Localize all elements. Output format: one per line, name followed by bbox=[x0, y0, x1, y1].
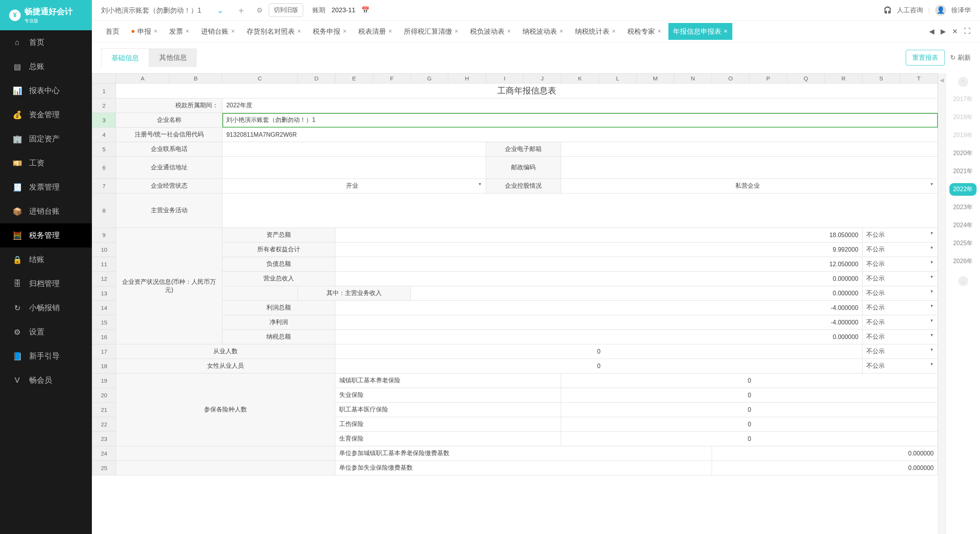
row-head[interactable]: 25 bbox=[92, 461, 116, 475]
year-option[interactable]: 2019年 bbox=[949, 129, 977, 142]
tabs-prev-icon[interactable]: ◀ bbox=[929, 27, 934, 36]
close-icon[interactable]: ✕ bbox=[231, 28, 235, 34]
cell-value[interactable]: 0.000000 bbox=[335, 272, 862, 286]
col-head[interactable]: N bbox=[674, 74, 712, 84]
year-option[interactable]: 2017年 bbox=[949, 93, 977, 106]
col-head[interactable]: O bbox=[712, 74, 749, 84]
tab[interactable]: 存货别名对照表✕ bbox=[242, 23, 306, 40]
year-option[interactable]: 2020年 bbox=[949, 147, 977, 160]
cell-value[interactable]: 2022年度 bbox=[222, 98, 938, 113]
col-head[interactable]: B bbox=[169, 74, 222, 84]
row-head[interactable]: 19 bbox=[92, 373, 116, 388]
period-value[interactable]: 2023-11 bbox=[332, 7, 355, 14]
row-head[interactable]: 24 bbox=[92, 446, 116, 461]
cell-value[interactable]: -4.000000 bbox=[335, 301, 862, 315]
row-head[interactable]: 14 bbox=[92, 301, 116, 315]
cell-dropdown[interactable]: 不公示▼ bbox=[862, 344, 938, 359]
collapse-year-panel-icon[interactable]: ◀ bbox=[938, 73, 946, 534]
tab[interactable]: 税检专家✕ bbox=[623, 23, 666, 40]
tab[interactable]: 首页 bbox=[101, 23, 124, 40]
select-all-cell[interactable] bbox=[92, 74, 116, 84]
avatar-icon[interactable]: 👤 bbox=[935, 5, 946, 16]
year-down-icon[interactable]: ⌄ bbox=[958, 276, 968, 286]
tabs-fullscreen-icon[interactable]: ⛶ bbox=[964, 27, 971, 35]
year-option[interactable]: 2022年 bbox=[949, 183, 977, 196]
sidebar-item-invoice[interactable]: 🧾发票管理 bbox=[0, 175, 92, 199]
col-head[interactable]: A bbox=[116, 74, 169, 84]
row-head[interactable]: 17 bbox=[92, 344, 116, 359]
row-head[interactable]: 22 bbox=[92, 417, 116, 432]
tabs-close-all-icon[interactable]: ✕ bbox=[952, 27, 958, 36]
cell-value[interactable]: 0 bbox=[561, 432, 938, 446]
row-head[interactable]: 23 bbox=[92, 432, 116, 446]
col-head[interactable]: C bbox=[222, 74, 298, 84]
cell-dropdown[interactable]: 私营企业▼ bbox=[561, 179, 938, 193]
tab[interactable]: 年报信息申报表✕ bbox=[668, 23, 732, 40]
col-head[interactable]: S bbox=[862, 74, 900, 84]
subtab[interactable]: 其他信息 bbox=[149, 48, 197, 67]
cell-value[interactable]: 0.000000 bbox=[712, 446, 938, 461]
cell-value[interactable]: 9.992000 bbox=[335, 242, 862, 257]
row-head[interactable]: 3 bbox=[92, 113, 116, 128]
close-icon[interactable]: ✕ bbox=[724, 28, 728, 34]
cell-dropdown[interactable]: 开业▼ bbox=[222, 179, 486, 193]
close-icon[interactable]: ✕ bbox=[388, 28, 392, 34]
col-head[interactable]: L bbox=[599, 74, 636, 84]
cell-value[interactable] bbox=[222, 157, 486, 179]
sidebar-item-asset[interactable]: 🏢固定资产 bbox=[0, 127, 92, 151]
row-head[interactable]: 9 bbox=[92, 228, 116, 242]
cell-dropdown[interactable]: 不公示▼ bbox=[862, 301, 938, 315]
cell-value[interactable] bbox=[561, 142, 938, 157]
close-icon[interactable]: ✕ bbox=[559, 28, 564, 34]
tabs-next-icon[interactable]: ▶ bbox=[941, 27, 946, 36]
account-chevron-icon[interactable]: ⌄ bbox=[217, 5, 224, 15]
sidebar-item-settings[interactable]: ⚙设置 bbox=[0, 320, 92, 344]
year-option[interactable]: 2024年 bbox=[949, 219, 977, 232]
row-head[interactable]: 12 bbox=[92, 272, 116, 286]
col-head[interactable]: P bbox=[750, 74, 787, 84]
year-option[interactable]: 2025年 bbox=[949, 237, 977, 250]
tab[interactable]: 进销台账✕ bbox=[196, 23, 240, 40]
close-icon[interactable]: ✕ bbox=[454, 28, 459, 34]
cell-value[interactable]: 0.000000 bbox=[712, 461, 938, 475]
sidebar-item-stock[interactable]: 📦进销台账 bbox=[0, 199, 92, 223]
year-option[interactable]: 2021年 bbox=[949, 165, 977, 178]
cell-value[interactable]: 0 bbox=[561, 417, 938, 432]
cell-value[interactable]: 0 bbox=[561, 373, 938, 388]
spreadsheet[interactable]: ABCDEFGHIJKLMNOPQRST 1 工商年报信息表 2 税款所属期间：… bbox=[92, 73, 938, 534]
close-icon[interactable]: ✕ bbox=[343, 28, 347, 34]
year-option[interactable]: 2026年 bbox=[949, 255, 977, 268]
row-head[interactable]: 15 bbox=[92, 315, 116, 330]
tab[interactable]: 所得税汇算清缴✕ bbox=[399, 23, 463, 40]
year-option[interactable]: 2023年 bbox=[949, 201, 977, 214]
cell-value[interactable]: 12.050000 bbox=[335, 257, 862, 272]
tab[interactable]: 税表清册✕ bbox=[354, 23, 397, 40]
tab[interactable]: 税务申报✕ bbox=[308, 23, 351, 40]
calendar-icon[interactable]: 📅 bbox=[361, 6, 369, 14]
sidebar-item-home[interactable]: ⌂首页 bbox=[0, 30, 92, 54]
headset-icon[interactable]: 🎧 bbox=[884, 6, 892, 14]
row-head[interactable]: 2 bbox=[92, 98, 116, 113]
tab[interactable]: 纳税波动表✕ bbox=[518, 23, 568, 40]
switch-old-version-button[interactable]: 切到旧版 bbox=[269, 3, 303, 17]
cell-dropdown[interactable]: 不公示▼ bbox=[862, 228, 938, 242]
col-head[interactable]: M bbox=[636, 74, 674, 84]
col-head[interactable]: E bbox=[335, 74, 373, 84]
sidebar-item-salary[interactable]: 💴工资 bbox=[0, 151, 92, 175]
row-head[interactable]: 7 bbox=[92, 179, 116, 193]
row-head[interactable]: 21 bbox=[92, 403, 116, 417]
tab[interactable]: 发票✕ bbox=[165, 23, 194, 40]
row-head[interactable]: 5 bbox=[92, 142, 116, 157]
close-icon[interactable]: ✕ bbox=[185, 28, 189, 34]
col-head[interactable]: D bbox=[297, 74, 335, 84]
year-up-icon[interactable]: ⌃ bbox=[958, 77, 968, 87]
col-head[interactable]: F bbox=[373, 74, 410, 84]
year-option[interactable]: 2018年 bbox=[949, 111, 977, 124]
add-account-icon[interactable]: ＋ bbox=[237, 4, 246, 16]
col-head[interactable]: T bbox=[900, 74, 938, 84]
cell-dropdown[interactable]: 不公示▼ bbox=[862, 330, 938, 344]
cell-value[interactable]: 0 bbox=[561, 403, 938, 417]
sidebar-item-chart[interactable]: 📊报表中心 bbox=[0, 79, 92, 103]
sidebar-item-ledger[interactable]: ▤总账 bbox=[0, 54, 92, 79]
cell-value[interactable]: 91320811MA7NGR2W6R bbox=[222, 128, 938, 142]
